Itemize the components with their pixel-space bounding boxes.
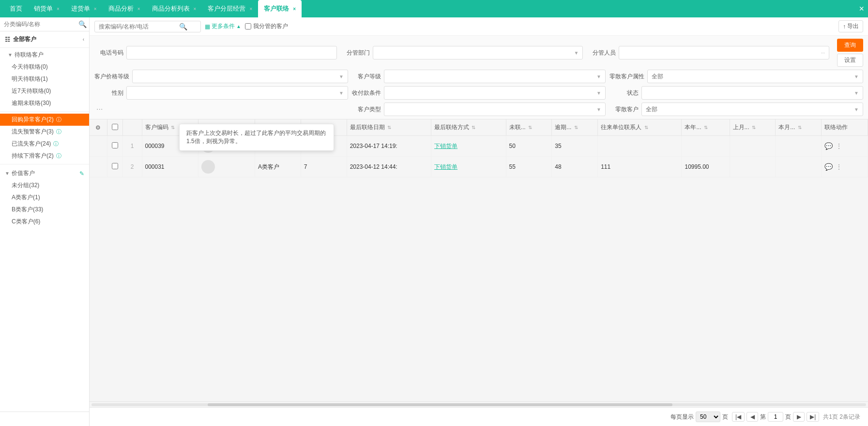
filter-input-retail-attr[interactable]: 全部 ▼ bbox=[647, 70, 863, 83]
sidebar-item-b-customers[interactable]: B类客户(33) bbox=[0, 204, 89, 216]
select-all-checkbox[interactable] bbox=[112, 124, 118, 130]
settings-icon[interactable]: ⚙ bbox=[95, 124, 101, 131]
my-customers-checkbox[interactable] bbox=[245, 23, 251, 29]
nav-tab-customer-contact[interactable]: 客户联络 × bbox=[258, 0, 302, 17]
filter-input-retail-customer[interactable]: 全部 ▼ bbox=[641, 103, 863, 116]
filter-input-gender[interactable]: ▼ bbox=[126, 86, 348, 100]
last-contact-method-link[interactable]: 下销货单 bbox=[434, 143, 457, 149]
per-page-dropdown[interactable]: 50 20 100 bbox=[696, 411, 720, 422]
sidebar-group-pending[interactable]: ▼ 待联络客户 bbox=[0, 48, 89, 61]
first-page-btn[interactable]: |◀ bbox=[732, 412, 745, 422]
nav-tab-product-analysis[interactable]: 商品分析 × bbox=[103, 0, 146, 17]
col-header-this-month[interactable]: 本月... ⇅ bbox=[776, 119, 822, 136]
row-checkbox-1[interactable] bbox=[112, 163, 118, 169]
action-more-icon[interactable]: ⋮ bbox=[836, 142, 842, 150]
query-button[interactable]: 查询 bbox=[837, 39, 863, 52]
sidebar-item-ungroup[interactable]: 未分组(32) bbox=[0, 179, 89, 191]
filter-item-department: 分管部门 ▼ bbox=[341, 46, 583, 59]
filter-input-person[interactable]: ··· bbox=[619, 46, 829, 59]
filter-search-input[interactable] bbox=[99, 23, 176, 30]
sidebar-divider-2 bbox=[0, 164, 89, 164]
sidebar-collapse-btn[interactable]: ‹ bbox=[83, 37, 84, 42]
row-checkbox-0[interactable] bbox=[112, 142, 118, 148]
horizontal-scrollbar[interactable] bbox=[90, 401, 868, 407]
action-chat-icon[interactable]: 💬 bbox=[824, 142, 833, 150]
sidebar-all-customers[interactable]: ☷ 全部客户 ‹ bbox=[0, 31, 89, 48]
sidebar-item-7day-pending[interactable]: 近7天待联络(0) bbox=[0, 85, 89, 97]
filter-input-phone[interactable] bbox=[126, 46, 337, 59]
row-overdue-cell: 48 bbox=[552, 157, 598, 177]
sidebar-item-repurchase-abnormal[interactable]: 回购异常客户(2) ⓘ bbox=[0, 114, 89, 126]
nav-tab-purchase[interactable]: 进货单 × bbox=[65, 0, 103, 17]
edit-icon[interactable]: ✎ bbox=[79, 170, 84, 177]
row-method-cell[interactable]: 下销货单 bbox=[431, 157, 506, 177]
filter-input-status[interactable]: ▼ bbox=[641, 86, 863, 100]
row-last-month-cell bbox=[730, 157, 776, 177]
close-purchase-tab[interactable]: × bbox=[94, 6, 97, 12]
next-page-btn[interactable]: ▶ bbox=[793, 412, 805, 422]
phone-input[interactable] bbox=[131, 49, 333, 56]
export-btn[interactable]: ↑ 导出 bbox=[838, 20, 863, 32]
filter-input-customer-type[interactable]: ▼ bbox=[384, 103, 606, 116]
total-records-info: 共1页 2条记录 bbox=[823, 413, 860, 421]
action-chat-icon[interactable]: 💬 bbox=[824, 163, 833, 171]
filter-search-icon[interactable]: 🔍 bbox=[179, 23, 187, 30]
row-checkbox-cell[interactable] bbox=[107, 157, 122, 177]
filter-more-btn[interactable]: ▦ 更多条件 ▲ bbox=[205, 22, 241, 30]
filter-item-dots: ··· bbox=[94, 105, 348, 114]
col-header-settings[interactable]: ⚙ bbox=[90, 119, 107, 136]
filter-input-payment[interactable]: ▼ bbox=[384, 86, 606, 100]
nav-tab-sales[interactable]: 销货单 × bbox=[28, 0, 65, 17]
sidebar-search-input[interactable] bbox=[4, 21, 76, 28]
filter-dots-btn[interactable]: ··· bbox=[94, 105, 105, 114]
settings-button[interactable]: 设置 bbox=[837, 54, 863, 67]
col-header-this-year[interactable]: 本年... ⇅ bbox=[682, 119, 730, 136]
close-sales-tab[interactable]: × bbox=[57, 6, 60, 12]
close-customer-contact-tab[interactable]: × bbox=[293, 6, 296, 12]
main-layout: 🔍 ☷ 全部客户 ‹ ▼ 待联络客户 今天待联络(0) 明天待联络(1) 近7天… bbox=[0, 17, 868, 426]
page-number-input[interactable] bbox=[768, 412, 783, 422]
sidebar-search-container: 🔍 bbox=[0, 17, 89, 31]
row-index-cell: 2 bbox=[122, 157, 142, 177]
sidebar-search-icon[interactable]: 🔍 bbox=[78, 20, 87, 28]
my-customers-checkbox-label[interactable]: 我分管的客户 bbox=[245, 22, 288, 30]
last-page-btn[interactable]: ▶| bbox=[807, 412, 819, 422]
action-more-icon[interactable]: ⋮ bbox=[836, 163, 842, 171]
sidebar-group-value-customers[interactable]: ▼ 价值客户 ✎ bbox=[0, 166, 89, 179]
col-header-checkbox[interactable] bbox=[107, 119, 122, 136]
row-checkbox-cell[interactable] bbox=[107, 136, 122, 157]
nav-tab-product-list[interactable]: 商品分析列表 × bbox=[146, 0, 202, 17]
col-header-overdue[interactable]: 逾期... ⇅ bbox=[552, 119, 598, 136]
nav-tab-home[interactable]: 首页 bbox=[4, 0, 28, 17]
filter-input-price-level[interactable]: ▼ bbox=[132, 70, 348, 83]
nav-tab-customer-layer[interactable]: 客户分层经营 × bbox=[202, 0, 258, 17]
close-product-list-tab[interactable]: × bbox=[194, 6, 197, 12]
sidebar-item-today-pending[interactable]: 今天待联络(0) bbox=[0, 61, 89, 73]
close-all-tabs[interactable]: × bbox=[859, 4, 864, 14]
col-header-last-contact-method[interactable]: 最后联络方式 ⇅ bbox=[431, 119, 506, 136]
col-header-contacts[interactable]: 往来单位联系人 ⇅ bbox=[598, 119, 682, 136]
sidebar-body: ☷ 全部客户 ‹ ▼ 待联络客户 今天待联络(0) 明天待联络(1) 近7天待联… bbox=[0, 31, 89, 411]
chevron-down-icon-payment: ▼ bbox=[596, 90, 601, 96]
close-product-analysis-tab[interactable]: × bbox=[137, 6, 140, 12]
close-customer-layer-tab[interactable]: × bbox=[249, 6, 252, 12]
sidebar-item-c-customers[interactable]: C类客户(6) bbox=[0, 216, 89, 228]
sidebar-item-declining[interactable]: 持续下滑客户(2) ⓘ bbox=[0, 150, 89, 162]
sidebar-item-tomorrow-pending[interactable]: 明天待联络(1) bbox=[0, 73, 89, 85]
last-contact-method-link[interactable]: 下销货单 bbox=[434, 163, 457, 170]
filter-input-customer-level[interactable]: ▼ bbox=[384, 70, 606, 83]
arrow-down-icon-2: ▼ bbox=[5, 171, 10, 176]
sidebar-item-churn-warning[interactable]: 流失预警客户(3) ⓘ bbox=[0, 126, 89, 138]
col-header-last-month[interactable]: 上月... ⇅ bbox=[730, 119, 776, 136]
filter-input-department[interactable]: ▼ bbox=[373, 46, 583, 59]
prev-page-btn[interactable]: ◀ bbox=[746, 412, 758, 422]
sidebar-item-churned[interactable]: 已流失客户(24) ⓘ bbox=[0, 138, 89, 150]
col-header-last-contact-date[interactable]: 最后联络日期 ⇅ bbox=[347, 119, 431, 136]
grid-icon: ☷ bbox=[5, 36, 10, 43]
row-method-cell[interactable]: 下销货单 bbox=[431, 136, 506, 157]
sidebar-item-overdue-pending[interactable]: 逾期未联络(30) bbox=[0, 97, 89, 109]
col-header-unread[interactable]: 未联... ⇅ bbox=[506, 119, 552, 136]
sidebar-item-a-customers[interactable]: A类客户(1) bbox=[0, 191, 89, 204]
filter-row-3: 性别 ▼ 收付款条件 ▼ 状态 bbox=[94, 86, 863, 100]
scroll-thumb[interactable] bbox=[208, 403, 672, 406]
